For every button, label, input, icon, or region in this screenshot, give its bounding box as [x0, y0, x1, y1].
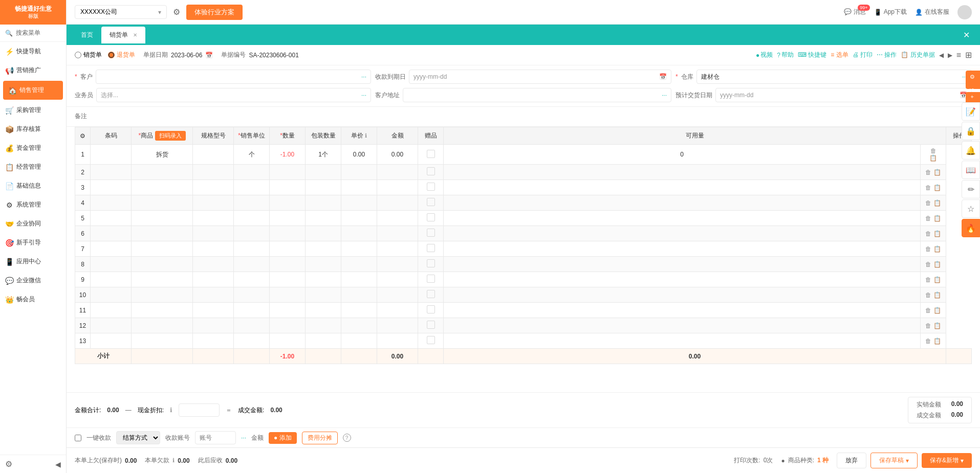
sku-icon[interactable]: ● — [781, 457, 785, 464]
copy-icon[interactable]: 📋 — [933, 261, 941, 268]
sidebar-settings-icon[interactable]: ⚙ — [5, 459, 12, 469]
delete-icon[interactable]: 🗑 — [925, 230, 931, 237]
onepay-checkbox[interactable] — [75, 435, 81, 441]
delete-icon[interactable]: 🗑 — [925, 337, 931, 345]
save-new-dropdown-icon[interactable]: ▾ — [961, 457, 964, 464]
sidebar-item-basic[interactable]: 📄 基础信息 — [0, 176, 66, 195]
settings-side-btn[interactable]: ⚙ 设置 — [966, 71, 980, 89]
radio-return-input[interactable] — [108, 52, 115, 58]
sidebar-item-purchase[interactable]: 🛒 采购管理 — [0, 101, 66, 120]
add-payment-btn[interactable]: ● 添加 — [269, 432, 297, 444]
dots-separator[interactable]: ··· — [241, 434, 246, 441]
save-draft-btn[interactable]: 保存草稿 ▾ — [870, 453, 918, 468]
gift-checkbox[interactable] — [427, 167, 435, 175]
discount-input[interactable] — [179, 403, 220, 417]
gift-checkbox[interactable] — [427, 198, 435, 206]
tab-close-icon[interactable]: ✕ — [133, 32, 137, 38]
history-btn[interactable]: 📋 历史单据 — [901, 51, 934, 59]
delete-icon[interactable]: 🗑 — [925, 261, 931, 268]
th-pkg[interactable]: 包装数量 — [306, 127, 341, 145]
row-qty-1[interactable]: -1.00 — [270, 145, 306, 165]
th-goods[interactable]: *商品 扫码录入 — [132, 127, 193, 145]
feealloc-btn[interactable]: 费用分摊 — [302, 432, 338, 444]
gift-checkbox[interactable] — [427, 244, 435, 252]
gift-checkbox[interactable] — [427, 183, 435, 191]
sidebar-item-system[interactable]: ⚙ 系统管理 — [0, 195, 66, 214]
sidebar-item-sales[interactable]: 🏠 销售管理 — [3, 81, 63, 100]
sidebar-collapse-icon[interactable]: ◀ — [55, 460, 61, 468]
salesperson-input[interactable]: 选择... ··· — [96, 88, 371, 102]
copy-icon[interactable]: 📋 — [933, 322, 941, 329]
row-barcode-1[interactable] — [91, 145, 132, 165]
video-btn[interactable]: ● 视频 — [756, 51, 773, 59]
delete-icon[interactable]: 🗑 — [925, 307, 931, 314]
rfloat-star-icon[interactable]: ☆ — [962, 199, 980, 218]
gift-checkbox-1[interactable] — [427, 150, 435, 158]
gift-checkbox[interactable] — [427, 213, 435, 221]
customer-input[interactable]: ··· — [96, 70, 371, 84]
sidebar-item-guide[interactable]: 🎯 新手引导 — [0, 233, 66, 252]
op-btn[interactable]: ⋯ 操作 — [877, 51, 897, 59]
discount-info-icon[interactable]: ℹ — [170, 407, 172, 414]
experience-btn[interactable]: 体验行业方案 — [186, 5, 243, 20]
price-info-icon[interactable]: ℹ — [365, 132, 367, 139]
row-pkg-1[interactable]: 1个 — [306, 145, 341, 165]
copy-icon[interactable]: 📋 — [933, 199, 941, 207]
sidebar-item-member[interactable]: 👑 畅会员 — [0, 290, 66, 309]
help-btn[interactable]: ? 帮助 — [777, 51, 794, 59]
salesperson-dots[interactable]: ··· — [361, 92, 366, 99]
account-input[interactable] — [195, 431, 236, 444]
delete-icon[interactable]: 🗑 — [925, 322, 931, 329]
row-price-1[interactable]: 0.00 — [341, 145, 377, 165]
app-download-btn[interactable]: 📱 App下载 — [874, 8, 907, 16]
sidebar-item-marketing[interactable]: 📢 营销推广 — [0, 61, 66, 80]
delete-icon[interactable]: 🗑 — [925, 245, 931, 253]
copy-icon-1[interactable]: 📋 — [929, 154, 937, 162]
customer-dots[interactable]: ··· — [361, 73, 366, 80]
th-qty[interactable]: *数量 — [270, 127, 306, 145]
th-price[interactable]: 单价 ℹ — [341, 127, 377, 145]
delete-icon[interactable]: 🗑 — [925, 199, 931, 207]
delete-icon[interactable]: 🗑 — [925, 169, 931, 176]
date-calendar-icon[interactable]: 📅 — [205, 52, 213, 59]
list-view-icon[interactable]: ≡ — [956, 51, 961, 60]
rfloat-fire-icon[interactable]: 🔥 — [962, 219, 980, 237]
rfloat-edit-icon[interactable]: 📝 — [962, 102, 980, 121]
copy-icon[interactable]: 📋 — [933, 184, 941, 191]
copy-icon[interactable]: 📋 — [933, 215, 941, 222]
copy-icon[interactable]: 📋 — [933, 245, 941, 253]
nav-prev-icon[interactable]: ◀ — [939, 52, 944, 59]
message-btn[interactable]: 💬 消息 99+ — [844, 8, 865, 16]
delete-icon[interactable]: 🗑 — [925, 215, 931, 222]
tab-sales-order[interactable]: 销货单 ✕ — [101, 27, 145, 43]
gift-checkbox[interactable] — [427, 336, 435, 344]
rfloat-lock-icon[interactable]: 🔒 — [962, 122, 980, 140]
delete-icon[interactable]: 🗑 — [925, 184, 931, 191]
row-unit-1[interactable]: 个 — [234, 145, 270, 165]
th-gift[interactable]: 赠品 — [418, 127, 444, 145]
tab-close-all-icon[interactable]: ✕ — [963, 30, 970, 40]
scan-btn[interactable]: 扫码录入 — [155, 131, 186, 141]
gift-checkbox[interactable] — [427, 321, 435, 329]
gift-checkbox[interactable] — [427, 229, 435, 237]
th-unit[interactable]: *销售单位 — [234, 127, 270, 145]
th-avail[interactable]: 可用量 — [444, 127, 946, 145]
row-spec-1[interactable] — [193, 145, 234, 165]
copy-icon[interactable]: 📋 — [933, 230, 941, 237]
tab-home[interactable]: 首页 — [73, 27, 101, 43]
search-menu[interactable]: 🔍 搜索菜单 — [0, 25, 66, 42]
notes-input[interactable] — [91, 109, 972, 123]
row-goods-1[interactable]: 拆货 — [132, 145, 193, 165]
row-gift-1[interactable] — [418, 145, 444, 165]
gift-checkbox[interactable] — [427, 290, 435, 298]
th-spec[interactable]: 规格型号 — [193, 127, 234, 145]
payment-due-input[interactable]: yyyy-mm-dd 📅 — [409, 70, 671, 84]
rfloat-bell-icon[interactable]: 🔔 — [962, 141, 980, 160]
grid-view-icon[interactable]: ⊞ — [965, 50, 972, 60]
rfloat-pencil-icon[interactable]: ✏ — [962, 180, 980, 198]
save-new-btn[interactable]: 保存&新增 ▾ — [922, 453, 972, 468]
settings-gear-icon[interactable]: ⚙ — [173, 7, 180, 17]
save-draft-dropdown-icon[interactable]: ▾ — [906, 457, 909, 464]
gift-checkbox[interactable] — [427, 275, 435, 283]
customer-addr-dots[interactable]: ··· — [662, 92, 667, 99]
